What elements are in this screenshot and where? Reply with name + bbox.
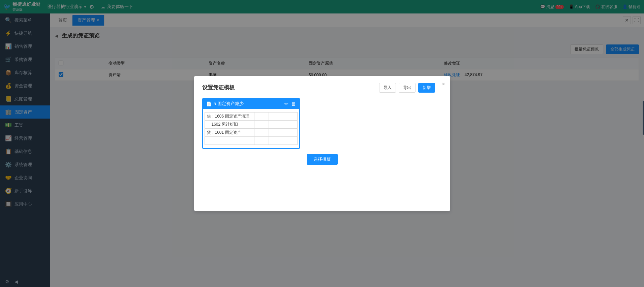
modal-close-button[interactable]: ×	[442, 81, 445, 87]
debit-subrow: 1602 累计折旧	[205, 121, 254, 129]
import-button[interactable]: 导入	[379, 83, 396, 93]
debit-label: 借：1606 固定资产清理	[205, 113, 254, 121]
modal-dialog: 设置凭证模板 × 导入 导出 新增 📄 5-固定资产减少 ✏ 🗑	[194, 76, 450, 211]
template-delete-icon[interactable]: 🗑	[291, 101, 296, 106]
modal-overlay: 设置凭证模板 × 导入 导出 新增 📄 5-固定资产减少 ✏ 🗑	[0, 0, 644, 287]
template-credit-row: 贷：1601 固定资产	[205, 129, 297, 137]
template-card: 📄 5-固定资产减少 ✏ 🗑 借：1606 固定资产清理	[202, 98, 300, 149]
new-template-button[interactable]: 新增	[418, 83, 435, 93]
template-edit-icon[interactable]: ✏	[284, 101, 288, 106]
template-empty-row	[205, 137, 297, 145]
template-debit-row-2: 1602 累计折旧	[205, 121, 297, 129]
export-button[interactable]: 导出	[399, 83, 416, 93]
credit-label: 贷：1601 固定资产	[205, 129, 254, 137]
template-debit-row-1: 借：1606 固定资产清理	[205, 113, 297, 121]
select-template-button[interactable]: 选择模板	[307, 154, 338, 165]
template-name: 5-固定资产减少	[214, 101, 244, 107]
template-doc-icon: 📄	[206, 101, 212, 106]
modal-title: 设置凭证模板	[202, 84, 235, 91]
